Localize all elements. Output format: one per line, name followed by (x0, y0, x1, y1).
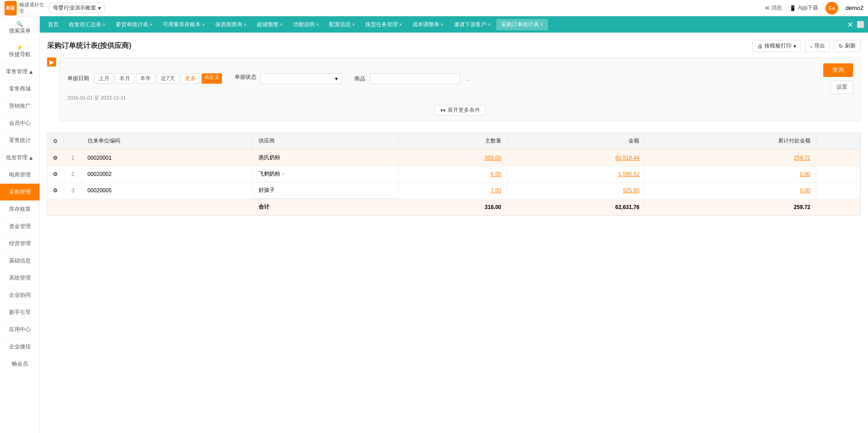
row-main-qty[interactable]: 6.00 (398, 166, 507, 182)
sidebar-item-ecommerce[interactable]: 电商管理 (0, 167, 39, 184)
row-unit-code: 00020001 (82, 150, 253, 167)
sidebar-item-wholesale-mgmt[interactable]: 批发管理 ▲ (0, 149, 39, 167)
row-paid-amount[interactable]: 259.72 (645, 150, 816, 167)
row-gear[interactable]: ⚙ (47, 150, 64, 167)
date-shortcuts: 上月 本月 本年 近7天 更多 自定义 (94, 73, 222, 84)
nav-close-icon2[interactable]: ✕ (149, 22, 153, 27)
page-title: 采购订单统计表(按供应商) (47, 41, 132, 51)
row-supplier[interactable]: 惠氏奶粉 (253, 150, 398, 166)
nav-invite-customer[interactable]: 邀请下游客户 ✕ (449, 19, 495, 30)
sidebar-item-app-center[interactable]: 应用中心 (0, 321, 39, 338)
status-filter: 单据状态 ▾ (235, 73, 342, 84)
nav-purchase-order-stats[interactable]: 采购订单统计表 ✕ (496, 19, 548, 30)
more-fields-btn[interactable]: ... (466, 76, 470, 82)
th-unit-code: 往来单位编码 (82, 133, 253, 150)
table-body: ⚙ 1 00020001 惠氏奶粉 303.00 60,519.44 259.7… (47, 150, 860, 199)
goods-input[interactable] (370, 73, 460, 84)
table-footer-row: 合计 316.00 62,631.76 259.72 (47, 199, 860, 215)
th-gear[interactable]: ⚙ (47, 133, 64, 150)
nav-inventory-ledger[interactable]: 可用量库存账本 ✕ (158, 19, 210, 30)
refresh-icon: ↻ (839, 43, 843, 49)
row-num: 2 (64, 166, 82, 182)
print-button[interactable]: 🖨 按模板打印 ▾ (752, 40, 801, 52)
footer-paid-amount: 259.72 (645, 199, 816, 215)
nav-expiry-query[interactable]: 保质期查询 ✕ (211, 19, 251, 30)
nav-close-icon10[interactable]: ✕ (487, 22, 491, 27)
sidebar-item-retail-shop[interactable]: 零售商城 (0, 81, 39, 98)
sidebar-item-operation[interactable]: 经营管理 (0, 235, 39, 252)
shortcut-7days[interactable]: 近7天 (157, 73, 179, 84)
expand-conditions-btn[interactable]: ▾▾ 展开更多条件 (434, 105, 486, 115)
nav-pick-task[interactable]: 拣货任务管理 ✕ (361, 19, 407, 30)
row-supplier[interactable]: 好孩子 (253, 182, 398, 199)
nav-close-icon4[interactable]: ✕ (243, 22, 247, 27)
sidebar-item-capital[interactable]: 资金管理 (0, 218, 39, 235)
top-nav: 首页 收发存汇总表 ✕ 要货单统计表 ✕ 可用量库存账本 ✕ 保质期查询 ✕ (40, 16, 868, 33)
status-select[interactable]: ▾ (260, 73, 342, 84)
row-paid-amount[interactable]: 0.00 (645, 182, 816, 199)
row-gear[interactable]: ⚙ (47, 166, 64, 182)
shortcut-this-month[interactable]: 本月 (115, 73, 134, 84)
nav-overstock[interactable]: 超储预警 ✕ (252, 19, 288, 30)
row-paid-amount[interactable]: 0.00 (645, 166, 816, 182)
row-num: 1 (64, 150, 82, 167)
sidebar-item-free-member[interactable]: 畅会员 (0, 356, 39, 373)
close-window-icon[interactable]: ✕ (847, 20, 853, 29)
nav-close-icon5[interactable]: ✕ (279, 22, 283, 27)
shortcut-last-month[interactable]: 上月 (94, 73, 113, 84)
sidebar-quick-nav[interactable]: ⚡ 快捷导航 (0, 40, 39, 63)
sidebar-item-purchase-mgmt[interactable]: 采购管理 (0, 184, 39, 201)
sidebar-item-system-mgmt[interactable]: 系统管理 (0, 270, 39, 287)
nav-close-icon3[interactable]: ✕ (202, 22, 205, 27)
workspace-selector[interactable]: 母婴行业演示账套 ▾ (49, 3, 105, 13)
row-main-qty[interactable]: 303.00 (398, 150, 507, 167)
app-download-btn[interactable]: 📱 App下载 (789, 4, 818, 12)
sidebar-item-retail-stats[interactable]: 零售统计 (0, 132, 39, 149)
row-main-qty[interactable]: 7.00 (398, 182, 507, 199)
sidebar-item-enterprise[interactable]: 企业协同 (0, 287, 39, 304)
user-avatar[interactable]: Ea (826, 2, 838, 14)
row-empty (816, 166, 860, 182)
nav-close-icon[interactable]: ✕ (102, 22, 106, 27)
export-button[interactable]: ↓ 导出 (805, 40, 830, 52)
nav-close-icon11[interactable]: ✕ (540, 22, 543, 27)
filter-toggle-btn[interactable]: ▶ (47, 57, 56, 67)
row-empty (816, 182, 860, 199)
sidebar-item-member-center[interactable]: 会员中心 (0, 115, 39, 132)
message-btn[interactable]: ✉ 消息 (765, 4, 782, 12)
shortcut-more[interactable]: 更多 (181, 73, 200, 84)
sidebar-item-new-guide[interactable]: 新手引导 (0, 304, 39, 321)
sidebar-item-retail-mgmt[interactable]: 零售管理 ▲ (0, 63, 39, 81)
nav-close-icon8[interactable]: ✕ (399, 22, 402, 27)
search-icon: 🔍 (2, 21, 38, 27)
nav-func-desc[interactable]: 功能说明 ✕ (288, 19, 324, 30)
row-gear[interactable]: ⚙ (47, 182, 64, 199)
sidebar-item-enterprise-wechat[interactable]: 企业微信 (0, 338, 39, 356)
table-row: ⚙ 2 00020002 飞鹤奶粉▾ 6.00 1,586.52 0.00 (47, 166, 860, 182)
row-supplier[interactable]: 飞鹤奶粉▾ (253, 166, 398, 182)
sidebar-item-inventory[interactable]: 库存核算 (0, 201, 39, 218)
row-amount[interactable]: 1,586.52 (507, 166, 645, 182)
username-label[interactable]: demo2 (845, 5, 863, 11)
th-main-qty: 主数量 (398, 133, 507, 150)
settings-button[interactable]: 设置 (830, 81, 853, 94)
print-icon: 🖨 (757, 43, 763, 49)
top-bar: 标版 畅捷通好生意 母婴行业演示账套 ▾ ✉ 消息 📱 App下载 Ea dem… (0, 0, 868, 16)
nav-purchase-stats[interactable]: 要货单统计表 ✕ (111, 19, 157, 30)
nav-cost-adjust[interactable]: 成本调整单 ✕ (408, 19, 448, 30)
nav-close-icon9[interactable]: ✕ (440, 22, 444, 27)
refresh-button[interactable]: ↻ 刷新 (834, 40, 861, 52)
nav-close-icon6[interactable]: ✕ (316, 22, 319, 27)
sidebar-search[interactable]: 🔍 搜索菜单 (0, 16, 39, 40)
row-amount[interactable]: 60,519.44 (507, 150, 645, 167)
row-amount[interactable]: 525.80 (507, 182, 645, 199)
maximize-icon[interactable]: ⬜ (857, 21, 864, 28)
query-button[interactable]: 查询 (823, 63, 853, 77)
nav-receive-pay[interactable]: 收发存汇总表 ✕ (64, 19, 110, 30)
nav-config-info[interactable]: 配置信息 ✕ (325, 19, 360, 30)
sidebar-item-marketing[interactable]: 营销推广 (0, 98, 39, 115)
shortcut-this-year[interactable]: 本年 (136, 73, 155, 84)
nav-close-icon7[interactable]: ✕ (352, 22, 355, 27)
nav-home[interactable]: 首页 (43, 19, 63, 30)
sidebar-item-basic-info[interactable]: 基础信息 (0, 252, 39, 270)
